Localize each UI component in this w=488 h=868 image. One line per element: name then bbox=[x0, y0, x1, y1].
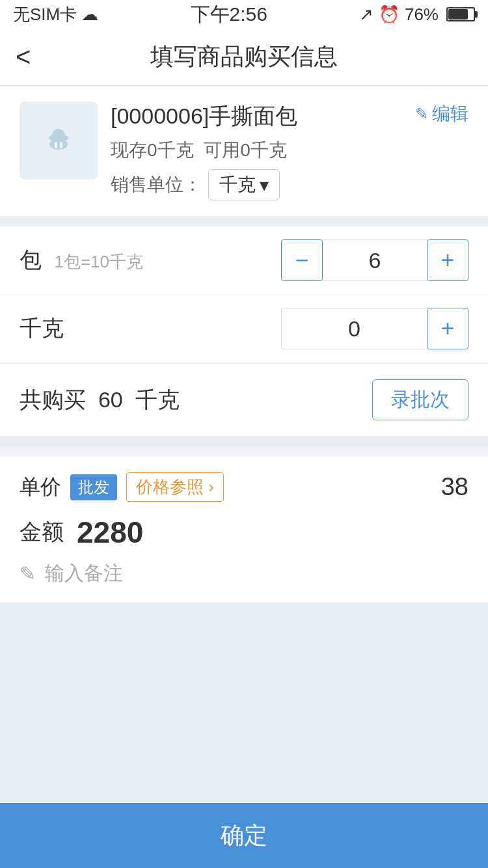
battery-icon bbox=[446, 7, 475, 21]
bao-input[interactable] bbox=[323, 239, 427, 281]
batch-button[interactable]: 录批次 bbox=[372, 379, 468, 420]
price-value: 38 bbox=[441, 473, 468, 501]
bao-plus-button[interactable]: + bbox=[427, 239, 468, 281]
svg-rect-5 bbox=[60, 142, 62, 148]
svg-point-1 bbox=[49, 135, 55, 141]
kg-label: 千克 bbox=[20, 314, 281, 344]
bao-sublabel: 1包=10千克 bbox=[54, 252, 143, 271]
amount-row: 金额 2280 bbox=[20, 515, 468, 550]
product-unit: 销售单位： 千克 ▾ bbox=[111, 169, 468, 200]
amount-value: 2280 bbox=[77, 515, 143, 550]
unit-select[interactable]: 千克 ▾ bbox=[208, 169, 280, 200]
price-row: 单价 批发 价格参照 › 38 bbox=[20, 472, 468, 502]
bao-row: 包 1包=10千克 − + bbox=[0, 226, 488, 295]
location-icon: ↗ bbox=[359, 5, 373, 25]
divider-2 bbox=[0, 436, 488, 446]
remark-placeholder: 输入备注 bbox=[45, 560, 123, 587]
bao-label: 包 1包=10千克 bbox=[20, 245, 281, 275]
total-row: 共购买 60 千克 录批次 bbox=[0, 363, 488, 436]
battery-label: 76% bbox=[405, 5, 439, 25]
input-section: 包 1包=10千克 − + 千克 + bbox=[0, 226, 488, 363]
chevron-down-icon: ▾ bbox=[260, 174, 269, 196]
product-image bbox=[20, 102, 98, 180]
kg-input-group: + bbox=[281, 308, 468, 349]
total-text: 共购买 60 千克 bbox=[20, 385, 180, 415]
amount-label: 金额 bbox=[20, 517, 64, 547]
price-label: 单价 bbox=[20, 473, 61, 502]
edit-label: 编辑 bbox=[432, 102, 468, 126]
product-card: [0000006]手撕面包 ✎ 编辑 现存0千克 可用0千克 销售单位： 千克 … bbox=[0, 86, 488, 216]
status-left: 无SIM卡 ☁ bbox=[13, 3, 98, 26]
bottom-area bbox=[0, 603, 488, 837]
price-ref-button[interactable]: 价格参照 › bbox=[126, 472, 224, 502]
kg-plus-button[interactable]: + bbox=[427, 308, 468, 349]
kg-input[interactable] bbox=[281, 308, 427, 349]
bao-minus-button[interactable]: − bbox=[281, 239, 323, 281]
edit-button[interactable]: ✎ 编辑 bbox=[415, 102, 468, 126]
total-value: 60 bbox=[98, 387, 123, 412]
status-bar: 无SIM卡 ☁ 下午2:56 ↗ ⏰ 76% bbox=[0, 0, 488, 29]
kg-row: 千克 + bbox=[0, 295, 488, 363]
pencil-icon: ✎ bbox=[20, 562, 36, 585]
remark-row[interactable]: ✎ 输入备注 bbox=[20, 560, 468, 587]
price-section: 单价 批发 价格参照 › 38 金额 2280 ✎ 输入备注 bbox=[0, 457, 488, 603]
svg-rect-4 bbox=[55, 142, 57, 148]
sim-label: 无SIM卡 ☁ bbox=[13, 3, 98, 26]
confirm-button[interactable]: 确定 bbox=[0, 803, 488, 868]
page-title: 填写商品购买信息 bbox=[150, 41, 338, 73]
price-ref-label: 价格参照 › bbox=[136, 476, 214, 498]
unit-value: 千克 bbox=[219, 172, 256, 197]
svg-point-3 bbox=[49, 139, 68, 150]
price-tag: 批发 bbox=[70, 474, 117, 500]
svg-point-2 bbox=[62, 135, 68, 141]
confirm-label: 确定 bbox=[221, 820, 267, 852]
back-button[interactable]: < bbox=[16, 42, 31, 72]
status-right: ↗ ⏰ 76% bbox=[359, 5, 475, 25]
price-left: 单价 批发 价格参照 › bbox=[20, 472, 224, 502]
status-time: 下午2:56 bbox=[191, 1, 267, 28]
alarm-icon: ⏰ bbox=[379, 5, 400, 25]
product-stock: 现存0千克 可用0千克 bbox=[111, 138, 468, 163]
bao-stepper: − + bbox=[281, 239, 468, 281]
edit-icon: ✎ bbox=[415, 105, 428, 123]
divider-1 bbox=[0, 216, 488, 226]
nav-bar: < 填写商品购买信息 bbox=[0, 29, 488, 86]
product-name: [0000006]手撕面包 bbox=[111, 102, 297, 131]
product-info: [0000006]手撕面包 ✎ 编辑 现存0千克 可用0千克 销售单位： 千克 … bbox=[111, 102, 468, 200]
